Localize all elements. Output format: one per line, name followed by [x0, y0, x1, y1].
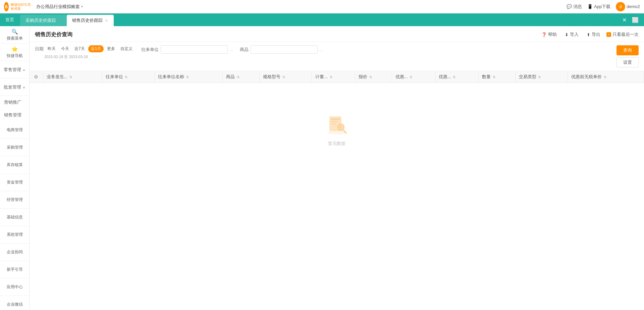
sidebar-item-retail[interactable]: 零售管理 ▲: [0, 61, 29, 79]
th-gear[interactable]: ⚙: [30, 71, 43, 83]
sidebar-item-system[interactable]: 系统管理: [0, 226, 29, 244]
date-tab-today[interactable]: 今天: [59, 45, 71, 52]
date-tab-1month[interactable]: 近1月: [88, 45, 104, 52]
close-window-button[interactable]: ✕: [621, 15, 628, 24]
only-last-checkbox-area[interactable]: 只看最后一次: [606, 32, 639, 38]
gear-icon: ⚙: [34, 74, 38, 80]
th-no-tax-price[interactable]: 优惠前无税单价 ⇅: [568, 71, 644, 83]
tab-purchase-close-icon[interactable]: ×: [58, 18, 61, 23]
empty-icon: [323, 110, 350, 137]
sidebar-item-appstore[interactable]: 应用中心: [0, 278, 29, 296]
sidebar-item-finance[interactable]: 资金管理: [0, 174, 29, 191]
tab-bar-actions: ✕ ⬜: [621, 15, 644, 24]
tab-purchase-label: 采购历史价跟踪: [25, 17, 56, 23]
th-partner-name[interactable]: 往来单位名称 ⇅: [154, 71, 222, 83]
th-partner-code[interactable]: 往来单位 ⇅: [102, 71, 154, 83]
sidebar-shortcuts-label: 快捷导航: [7, 53, 23, 59]
sidebar-item-marketing[interactable]: 营销推广: [0, 96, 29, 109]
sidebar-item-purchase[interactable]: 采购管理: [0, 139, 29, 156]
basics-label: 基础信息: [7, 214, 23, 220]
sidebar-item-search-label: 搜索菜单: [7, 36, 23, 41]
app-download-button[interactable]: 📱 App下载: [587, 4, 610, 10]
settings-button[interactable]: 设置: [616, 57, 639, 67]
th-trade-type[interactable]: 交易类型 ⇅: [515, 71, 568, 83]
sidebar-item-basics[interactable]: 基础信息: [0, 209, 29, 226]
tab-sales-close-icon[interactable]: ×: [105, 18, 108, 23]
th-product[interactable]: 商品 ⇅: [223, 71, 259, 83]
date-tab-custom[interactable]: 自定义: [118, 45, 135, 52]
th-spec[interactable]: 规格型号 ⇅: [259, 71, 312, 83]
page-container: 销售历史价查询 ❓ 帮助 ⬇ 导入 ⬆ 导出: [30, 26, 644, 310]
data-table: ⚙ 业务发生... ⇅ 往来单位 ⇅ 往来单位名称: [30, 71, 644, 83]
sort-icon: ⇅: [125, 75, 127, 79]
guide-label: 新手引导: [7, 267, 23, 272]
ecommerce-label: 电商管理: [7, 127, 23, 133]
page-header: 销售历史价查询 ❓ 帮助 ⬇ 导入 ⬆ 导出: [30, 26, 644, 42]
top-bar: 6 畅捷信好生意 标准版 办公用品行业模拟账套 ▾ 💬 消息 📱 App下载 d…: [0, 0, 644, 13]
sidebar-item-ecommerce[interactable]: 电商管理: [0, 121, 29, 139]
sort-icon: ⇅: [330, 75, 332, 79]
sidebar-item-enterprise-wechat[interactable]: 企业微信: [0, 296, 29, 310]
filter-buttons: 查询 设置: [616, 45, 639, 67]
home-tab-label: 首页: [5, 17, 14, 23]
app-selector[interactable]: 办公用品行业模拟账套 ▾: [34, 2, 86, 11]
th-unit[interactable]: 计量... ⇅: [312, 71, 355, 83]
help-button[interactable]: ❓ 帮助: [539, 30, 559, 39]
product-filter-input[interactable]: [251, 45, 318, 54]
wholesale-label: 批发管理: [4, 84, 21, 90]
message-icon: 💬: [567, 4, 572, 9]
user-menu-button[interactable]: d demo2: [616, 2, 640, 11]
sidebar-item-collaboration[interactable]: 企业协同: [0, 244, 29, 261]
retail-arrow-icon: ▲: [22, 68, 26, 71]
sort-icon: ⇅: [493, 75, 495, 79]
sidebar-item-operations[interactable]: 经营管理: [0, 191, 29, 209]
only-last-checkbox[interactable]: [606, 32, 611, 37]
empty-text: 暂无数据: [328, 141, 345, 147]
page-header-actions: ❓ 帮助 ⬇ 导入 ⬆ 导出 只看最后一次: [539, 30, 639, 39]
download-icon: 📱: [587, 4, 593, 9]
export-icon: ⬆: [587, 32, 590, 37]
product-filter-label: 商品: [240, 47, 249, 53]
search-icon: 🔍: [11, 29, 18, 35]
date-tab-yesterday[interactable]: 昨天: [46, 45, 58, 52]
tab-purchase-history[interactable]: 采购历史价跟踪 ×: [20, 15, 67, 26]
sidebar-item-sales[interactable]: 销售管理: [0, 109, 29, 121]
th-quote-price[interactable]: 报价 ⇅: [355, 71, 392, 83]
date-tab-more[interactable]: 更多: [105, 45, 117, 52]
sidebar-item-wholesale[interactable]: 批发管理 ▲: [0, 79, 29, 96]
logo-icon: 6: [4, 2, 9, 11]
sidebar-item-inventory[interactable]: 库存核算: [0, 156, 29, 174]
tab-sales-history[interactable]: 销售历史价跟踪 ×: [67, 15, 113, 26]
page-title: 销售历史价查询: [35, 31, 72, 38]
partner-filter-input[interactable]: [161, 45, 228, 54]
logo-area: 6 畅捷信好生意 标准版: [4, 2, 31, 11]
chevron-down-icon: ▾: [81, 5, 83, 8]
date-filter-group: 日期 昨天 今天 近7天 近1月 更多 自定义 2023-02-18 至 202…: [35, 45, 135, 59]
message-button[interactable]: 💬 消息: [567, 4, 582, 10]
export-button[interactable]: ⬆ 导出: [585, 30, 602, 39]
shortcuts-icon: ⭐: [11, 46, 18, 52]
tab-home[interactable]: 首页: [0, 13, 19, 26]
sidebar-item-guide[interactable]: 新手引导: [0, 261, 29, 278]
th-discount2[interactable]: 优惠... ⇅: [435, 71, 478, 83]
query-button[interactable]: 查询: [616, 45, 639, 55]
import-icon: ⬇: [565, 32, 569, 37]
date-tab-7days[interactable]: 近7天: [72, 45, 87, 52]
th-biz-date[interactable]: 业务发生... ⇅: [43, 71, 102, 83]
th-discount1[interactable]: 优惠... ⇅: [392, 71, 435, 83]
sidebar: 🔍 搜索菜单 ⭐ 快捷导航 零售管理 ▲ 批发管理 ▲ 营销推广 销售管理 电商…: [0, 26, 30, 310]
sort-icon: ⇅: [410, 75, 412, 79]
sidebar-item-search[interactable]: 🔍 搜索菜单: [0, 26, 29, 44]
table-container: ⚙ 业务发生... ⇅ 往来单位 ⇅ 往来单位名称: [30, 71, 644, 310]
tab-bar: 首页 采购历史价跟踪 × 销售历史价跟踪 × ✕ ⬜: [0, 13, 644, 26]
sort-icon: ⇅: [186, 75, 189, 79]
maximize-window-button[interactable]: ⬜: [631, 15, 640, 24]
sidebar-item-shortcuts[interactable]: ⭐ 快捷导航: [0, 44, 29, 61]
th-quantity[interactable]: 数量 ⇅: [479, 71, 515, 83]
appstore-label: 应用中心: [7, 284, 23, 290]
app-name-label: 办公用品行业模拟账套: [36, 4, 80, 10]
system-label: 系统管理: [7, 232, 23, 238]
avatar: d: [616, 2, 625, 11]
import-button[interactable]: ⬇ 导入: [563, 30, 581, 39]
date-tabs: 昨天 今天 近7天 近1月 更多 自定义: [46, 45, 135, 52]
